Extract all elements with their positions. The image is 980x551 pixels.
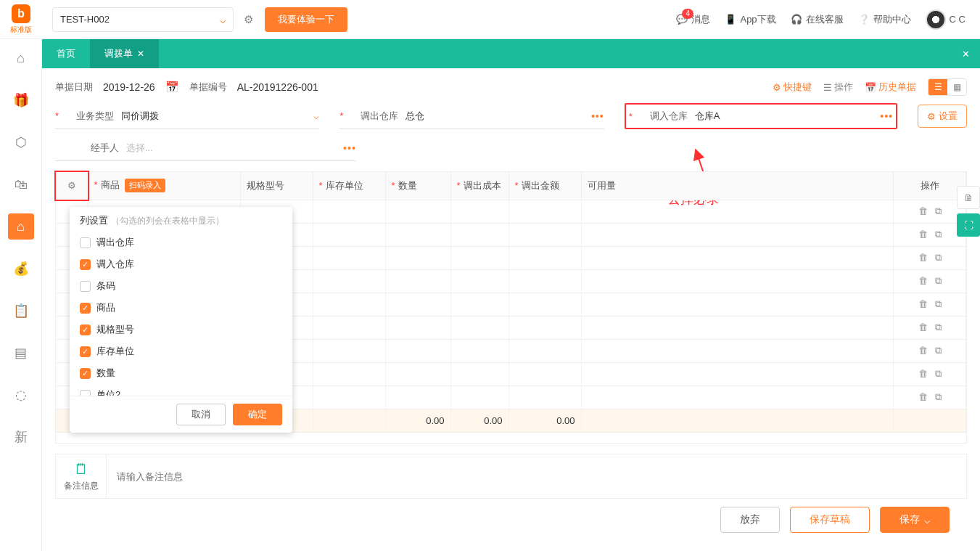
delete-icon[interactable]: 🗑	[918, 252, 928, 264]
sidebar-cloud-icon[interactable]: ⬡	[8, 129, 34, 155]
checkbox[interactable]	[80, 281, 91, 292]
col-product[interactable]: *商品 扫码录入	[88, 172, 240, 200]
view-list-icon[interactable]: ☰	[928, 79, 947, 95]
save-draft-button[interactable]: 保存草稿	[790, 507, 870, 533]
form-settings-button[interactable]: ⚙ 设置	[918, 105, 967, 128]
more-icon[interactable]: •••	[880, 110, 893, 122]
messages-link[interactable]: 💬 消息 4	[676, 13, 710, 26]
biz-type-field[interactable]: * 业务类型 同价调拨 ⌵	[55, 103, 319, 129]
delete-icon[interactable]: 🗑	[918, 391, 928, 403]
copy-icon[interactable]: ⧉	[935, 205, 942, 217]
checkbox[interactable]: ✓	[80, 259, 91, 270]
messages-label: 消息	[691, 13, 710, 26]
column-settings-gear-icon[interactable]: ⚙	[56, 172, 88, 200]
user-menu[interactable]: C C	[926, 9, 965, 30]
sidebar-report-icon[interactable]: ▤	[8, 340, 34, 366]
sidebar-money-icon[interactable]: 💰	[8, 256, 34, 282]
note-icon: 🗒	[74, 461, 88, 478]
tab-bar-close-icon[interactable]: ✕	[951, 39, 980, 68]
help-center-link[interactable]: ❔ 帮助中心	[858, 13, 911, 26]
phone-icon: 📱	[725, 14, 736, 25]
sidebar-clipboard-icon[interactable]: 📋	[8, 298, 34, 324]
col-available[interactable]: 可用量	[581, 172, 894, 200]
in-warehouse-field[interactable]: * 调入仓库 仓库A •••	[625, 103, 897, 129]
more-icon[interactable]: •••	[591, 110, 604, 122]
col-spec[interactable]: 规格型号	[240, 172, 313, 200]
chevron-down-icon: ⌵	[220, 14, 226, 25]
copy-icon[interactable]: ⧉	[935, 229, 942, 240]
date-value[interactable]: 2019-12-26	[103, 81, 155, 93]
col-qty[interactable]: *数量	[385, 172, 450, 200]
checkbox[interactable]	[80, 390, 91, 396]
delete-icon[interactable]: 🗑	[918, 345, 928, 356]
checkbox[interactable]	[80, 237, 91, 248]
popup-hint: （勾选的列会在表格中显示）	[111, 216, 224, 226]
copy-icon[interactable]: ⧉	[935, 345, 942, 356]
sidebar-warehouse-icon[interactable]: ⌂	[8, 213, 34, 240]
delete-icon[interactable]: 🗑	[918, 298, 928, 310]
sidebar-gift-icon[interactable]: 🎁	[8, 87, 34, 113]
delete-icon[interactable]: 🗑	[918, 368, 928, 380]
copy-icon[interactable]: ⧉	[935, 322, 942, 333]
confirm-button[interactable]: 确定	[233, 404, 282, 425]
column-option[interactable]: 调出仓库	[80, 232, 282, 253]
logo[interactable]: b 标准版	[0, 4, 42, 35]
scan-input-button[interactable]: 扫码录入	[125, 179, 165, 192]
sidebar-home-icon[interactable]: ⌂	[8, 45, 34, 71]
trial-button[interactable]: 我要体验一下	[265, 7, 347, 32]
column-option[interactable]: ✓调入仓库	[80, 253, 282, 275]
checkbox[interactable]: ✓	[80, 325, 91, 335]
sidebar: ⌂ 🎁 ⬡ 🛍 ⌂ 💰 📋 ▤ ◌ 新	[0, 39, 42, 551]
column-option[interactable]: ✓库存单位	[80, 340, 282, 362]
view-grid-icon[interactable]: ▦	[947, 79, 966, 95]
rail-expand-icon[interactable]: ⛶	[957, 213, 980, 237]
copy-icon[interactable]: ⧉	[935, 298, 942, 310]
column-option[interactable]: ✓数量	[80, 362, 282, 384]
shortcut-link[interactable]: ⚙ 快捷键	[773, 81, 812, 94]
discard-button[interactable]: 放弃	[720, 507, 780, 533]
history-link[interactable]: 📅 历史单据	[865, 81, 916, 94]
close-icon[interactable]: ✕	[137, 49, 144, 59]
col-out-cost[interactable]: *调出成本	[450, 172, 508, 200]
rail-note-icon[interactable]: 🗎	[957, 186, 980, 209]
delete-icon[interactable]: 🗑	[918, 229, 928, 240]
copy-icon[interactable]: ⧉	[935, 275, 942, 287]
location-select[interactable]: TEST-H002 ⌵	[52, 7, 234, 32]
sidebar-sync-icon[interactable]: ◌	[8, 382, 34, 408]
more-icon[interactable]: •••	[343, 142, 356, 154]
copy-icon[interactable]: ⧉	[935, 391, 942, 403]
delete-icon[interactable]: 🗑	[918, 322, 928, 333]
tab-home[interactable]: 首页	[42, 39, 90, 68]
remark-input[interactable]	[107, 471, 966, 482]
sidebar-bag-icon[interactable]: 🛍	[8, 171, 34, 197]
col-out-amount[interactable]: *调出金额	[508, 172, 581, 200]
cancel-button[interactable]: 取消	[176, 404, 226, 425]
settings-gear-icon[interactable]: ⚙	[244, 13, 253, 26]
tab-current[interactable]: 调拨单 ✕	[90, 39, 159, 68]
column-option[interactable]: ✓商品	[80, 297, 282, 319]
copy-icon[interactable]: ⧉	[935, 252, 942, 264]
column-option[interactable]: 条码	[80, 275, 282, 297]
col-operate: 操作	[894, 172, 966, 200]
operate-link[interactable]: ☰ 操作	[823, 81, 853, 94]
save-button[interactable]: 保存 ⌵	[880, 507, 950, 533]
delete-icon[interactable]: 🗑	[918, 205, 928, 217]
column-option[interactable]: 单位2	[80, 384, 282, 396]
chevron-down-icon: ⌵	[313, 110, 319, 121]
checkbox[interactable]: ✓	[80, 303, 91, 314]
sidebar-new-icon[interactable]: 新	[8, 424, 34, 450]
popup-title: 列设置	[80, 215, 108, 226]
checkbox[interactable]: ✓	[80, 346, 91, 357]
handler-field[interactable]: 经手人 选择... •••	[55, 135, 356, 161]
app-download-link[interactable]: 📱 App下载	[725, 13, 775, 26]
online-service-link[interactable]: 🎧 在线客服	[791, 13, 844, 26]
calendar-icon[interactable]: 📅	[165, 81, 179, 94]
column-settings-popup: 列设置 （勾选的列会在表格中显示） 调出仓库✓调入仓库条码✓商品✓规格型号✓库存…	[70, 207, 292, 433]
copy-icon[interactable]: ⧉	[935, 368, 942, 380]
col-unit[interactable]: *库存单位	[313, 172, 385, 200]
docno-label: 单据编号	[189, 81, 227, 94]
out-warehouse-field[interactable]: * 调出仓库 总仓 •••	[339, 103, 604, 129]
column-option[interactable]: ✓规格型号	[80, 319, 282, 340]
checkbox[interactable]: ✓	[80, 368, 91, 379]
delete-icon[interactable]: 🗑	[918, 275, 928, 287]
